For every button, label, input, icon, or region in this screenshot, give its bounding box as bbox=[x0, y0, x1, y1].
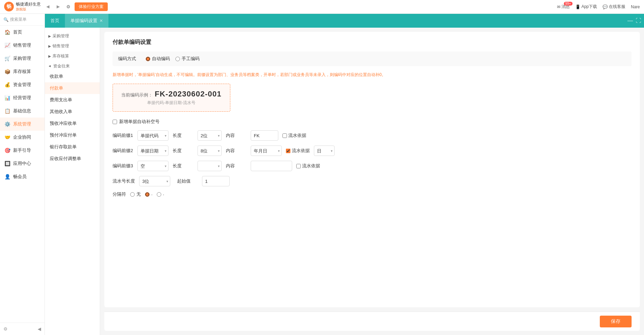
sep-dot2-radio[interactable] bbox=[157, 192, 161, 197]
stream3-check[interactable]: 流水依据 bbox=[296, 163, 320, 169]
stream3-checkbox[interactable] bbox=[296, 164, 301, 168]
sidebar-item-sales[interactable]: 📈 销售管理 bbox=[0, 39, 45, 52]
length1-label: 长度 bbox=[173, 132, 193, 139]
auto-fill-checkbox-row[interactable]: 新增单据自动补空号 bbox=[113, 119, 632, 125]
manual-code-radio[interactable] bbox=[175, 57, 180, 61]
sidebar-search[interactable]: 🔍 搜索菜单 bbox=[0, 14, 45, 26]
sub-item-prepaid-receivable[interactable]: 预收冲应收单 bbox=[45, 118, 100, 129]
stream1-checkbox[interactable] bbox=[282, 133, 287, 138]
start-value-input[interactable] bbox=[202, 176, 230, 186]
tab-encoding[interactable]: 单据编码设置 ✕ bbox=[65, 14, 108, 28]
sidebar-item-finance[interactable]: 💰 资金管理 bbox=[0, 78, 45, 91]
tab-maximize-btn[interactable]: ⛶ bbox=[636, 18, 641, 24]
app-download-btn[interactable]: 📱 App下载 bbox=[575, 4, 597, 10]
sidebar-item-operation[interactable]: 📊 经营管理 bbox=[0, 91, 45, 104]
serial-length-select[interactable]: 3位 bbox=[139, 176, 170, 186]
sep-dot2-option[interactable]: · bbox=[157, 192, 164, 197]
sidebar: 🔍 搜索菜单 🏠 首页 📈 销售管理 🛒 采购管理 📦 库存核算 💰 资金管理 … bbox=[0, 14, 45, 335]
prefix2-select[interactable]: 单据日期 bbox=[137, 146, 169, 156]
preview-label: 当前编码示例： bbox=[121, 92, 153, 98]
content1-label: 内容 bbox=[226, 132, 247, 139]
stream1-check[interactable]: 流水依据 bbox=[282, 132, 306, 139]
online-service-btn[interactable]: 💬 在线客服 bbox=[603, 4, 625, 10]
page-title: 付款单编码设置 bbox=[113, 39, 632, 46]
nav-back-btn[interactable]: ◀ bbox=[44, 2, 52, 11]
sidebar-item-member[interactable]: 👤 畅会员 bbox=[0, 170, 45, 183]
settings-icon-btn[interactable]: ⚙ bbox=[64, 2, 73, 11]
user-name: Nare bbox=[631, 4, 640, 9]
message-btn[interactable]: ✉ 消息 99+ bbox=[557, 4, 570, 10]
tab-home[interactable]: 首页 bbox=[45, 14, 65, 28]
tab-close-btn[interactable]: ✕ bbox=[99, 18, 103, 23]
prefix1-select[interactable]: 单据代码 bbox=[137, 130, 169, 141]
auto-code-label: 自动编码 bbox=[152, 56, 170, 62]
sidebar-settings-btn[interactable]: ⚙ bbox=[3, 326, 8, 332]
stream2-check[interactable]: 流水依据 bbox=[286, 148, 310, 154]
length3-select[interactable] bbox=[198, 161, 222, 171]
appcenter-icon: 🔲 bbox=[4, 160, 10, 167]
prefix3-select[interactable]: 空 bbox=[137, 161, 169, 171]
sidebar-item-label: 采购管理 bbox=[13, 55, 31, 62]
sub-item-other-income[interactable]: 其他收入单 bbox=[45, 106, 100, 118]
message-icon: ✉ bbox=[557, 4, 560, 9]
sidebar-item-label: 经营管理 bbox=[13, 95, 31, 101]
prefix-row-1: 编码前缀1 单据代码 长度 2位 内容 bbox=[113, 130, 632, 141]
trial-btn[interactable]: 体验行业方案 bbox=[75, 2, 108, 11]
info-text: 新增单据时，'单据编码'自动生成，不可编辑。前缀设置为部门、业务员等档案类，开单… bbox=[113, 72, 632, 78]
nav-forward-btn[interactable]: ▶ bbox=[54, 2, 62, 11]
sub-group-purchase[interactable]: ▶ 采购管理 bbox=[45, 30, 100, 40]
sidebar-collapse-btn[interactable]: ◀ bbox=[38, 326, 41, 332]
home-icon: 🏠 bbox=[4, 29, 10, 35]
sub-item-prepay-payable[interactable]: 预付冲应付单 bbox=[45, 129, 100, 141]
sep-none-option[interactable]: 无 bbox=[130, 191, 141, 197]
manual-code-option[interactable]: 手工编码 bbox=[175, 56, 200, 62]
sidebar-item-home[interactable]: 🏠 首页 bbox=[0, 26, 45, 39]
sub-sidebar: ▶ 采购管理 ▶ 销售管理 ▶ 库存核算 ▼ 资金往来 收款单 bbox=[45, 28, 100, 335]
tab-minimize-btn[interactable]: — bbox=[627, 18, 633, 24]
save-button[interactable]: 保存 bbox=[600, 316, 632, 327]
auto-code-radio[interactable] bbox=[146, 57, 150, 61]
granularity-select[interactable]: 日 bbox=[314, 146, 335, 156]
serial-row: 流水号长度 3位 起始值 bbox=[113, 176, 632, 186]
sidebar-item-enterprise[interactable]: 🤝 企业协同 bbox=[0, 131, 45, 144]
length1-select-wrapper: 2位 bbox=[198, 130, 222, 141]
content2-select[interactable]: 年月日 bbox=[251, 146, 282, 156]
sidebar-item-basic[interactable]: 📋 基础信息 bbox=[0, 104, 45, 118]
sidebar-item-label: 库存核算 bbox=[13, 68, 31, 75]
sidebar-item-purchase[interactable]: 🛒 采购管理 bbox=[0, 52, 45, 65]
prefix2-select-wrapper: 单据日期 bbox=[137, 146, 169, 156]
separator-row: 分隔符 无 · · bbox=[113, 191, 632, 197]
length2-select[interactable]: 8位 bbox=[198, 146, 222, 156]
sep-dot-radio[interactable] bbox=[145, 192, 150, 197]
sub-group-capital[interactable]: ▼ 资金往来 bbox=[45, 61, 100, 71]
sub-group-inventory[interactable]: ▶ 库存核算 bbox=[45, 50, 100, 61]
sub-item-expense[interactable]: 费用支出单 bbox=[45, 94, 100, 106]
sidebar-item-label: 资金管理 bbox=[13, 82, 31, 88]
sidebar-item-inventory[interactable]: 📦 库存核算 bbox=[0, 65, 45, 78]
sidebar-item-label: 销售管理 bbox=[13, 42, 31, 48]
sub-group-sales[interactable]: ▶ 销售管理 bbox=[45, 40, 100, 50]
stream2-checkbox[interactable] bbox=[286, 149, 290, 153]
content3-input[interactable] bbox=[251, 161, 292, 171]
prefix3-label: 编码前缀3 bbox=[113, 163, 133, 169]
logo-text-block: 畅捷通好生意 旗舰版 bbox=[16, 2, 41, 11]
preview-box: 当前编码示例： FK-20230602-001 单据代码-单据日期-流水号 bbox=[113, 84, 230, 112]
sep-none-radio[interactable] bbox=[130, 192, 135, 197]
sep-dot-option[interactable]: · bbox=[145, 192, 153, 197]
preview-desc: 单据代码-单据日期-流水号 bbox=[147, 100, 195, 106]
sidebar-item-newguide[interactable]: 🎯 新手引导 bbox=[0, 144, 45, 157]
auto-code-option[interactable]: 自动编码 bbox=[146, 56, 170, 62]
sub-item-bank[interactable]: 银行存取款单 bbox=[45, 141, 100, 153]
user-info[interactable]: Nare bbox=[631, 4, 640, 9]
download-icon: 📱 bbox=[575, 4, 580, 9]
length1-select[interactable]: 2位 bbox=[198, 130, 222, 141]
sub-item-adjust[interactable]: 应收应付调整单 bbox=[45, 153, 100, 165]
sub-item-payment[interactable]: 付款单 bbox=[45, 82, 100, 94]
basic-icon: 📋 bbox=[4, 108, 10, 114]
sidebar-item-system[interactable]: ⚙️ 系统管理 bbox=[0, 118, 45, 131]
sub-item-receipt[interactable]: 收款单 bbox=[45, 71, 100, 82]
content1-input[interactable] bbox=[251, 130, 278, 141]
auto-fill-checkbox[interactable] bbox=[113, 120, 117, 124]
length2-select-wrapper: 8位 bbox=[198, 146, 222, 156]
sidebar-item-appcenter[interactable]: 🔲 应用中心 bbox=[0, 157, 45, 170]
